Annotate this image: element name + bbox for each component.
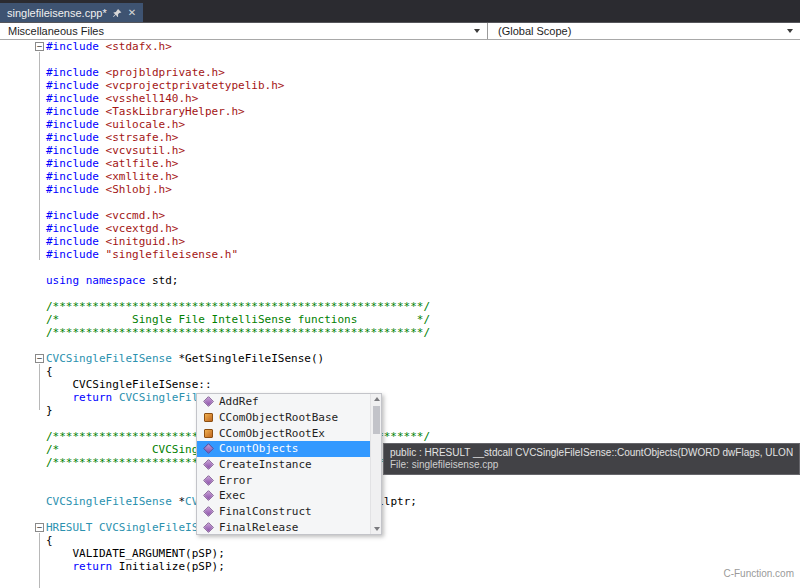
code-line[interactable]: /***************************************… (46, 300, 430, 313)
completion-item-label: CComObjectRootBase (219, 411, 338, 424)
close-icon[interactable]: ✕ (128, 8, 136, 18)
code-line[interactable] (46, 196, 430, 209)
completion-item-label: FinalConstruct (219, 505, 312, 518)
method-icon (203, 459, 214, 470)
code-token: <Shlobj.h> (106, 183, 172, 196)
scope-dropdown[interactable]: (Global Scope) (488, 23, 800, 39)
project-dropdown-label: Miscellaneous Files (8, 25, 104, 37)
completion-item[interactable]: CountObjects (197, 441, 370, 457)
code-line[interactable]: using namespace std; (46, 274, 430, 287)
code-editor[interactable]: −−− #include <stdafx.h>#include <projbld… (0, 40, 800, 588)
code-token: CVCSingleFileISense (46, 352, 172, 365)
code-token: #include (46, 222, 106, 235)
completion-item[interactable]: FinalRelease (197, 519, 370, 534)
fold-margin: −−− (0, 40, 46, 588)
fold-toggle-icon[interactable]: − (35, 523, 44, 532)
popup-scrollbar[interactable] (370, 394, 381, 534)
completion-item[interactable]: AddRef (197, 394, 370, 410)
code-line[interactable] (46, 339, 430, 352)
method-icon (203, 490, 214, 501)
completion-item[interactable]: Error (197, 472, 370, 488)
tooltip-file: File: singlefileisense.cpp (390, 459, 793, 471)
code-line[interactable]: CVCSingleFileISense *GetSingleFileISense… (46, 352, 430, 365)
code-line[interactable]: #include <vcextgd.h> (46, 222, 430, 235)
code-line[interactable]: #include <vcprojectprivatetypelib.h> (46, 79, 430, 92)
code-line[interactable]: #include <vcvsutil.h> (46, 144, 430, 157)
pin-icon[interactable] (113, 8, 122, 18)
code-line[interactable]: { (46, 534, 430, 547)
code-line[interactable]: #include "singlefileisense.h" (46, 248, 430, 261)
code-line[interactable]: #include <strsafe.h> (46, 131, 430, 144)
code-token: using namespace (46, 274, 145, 287)
code-line[interactable]: { (46, 365, 430, 378)
scrollbar-thumb[interactable] (373, 406, 380, 434)
code-token (112, 391, 119, 404)
code-line[interactable]: #include <uilocale.h> (46, 118, 430, 131)
scroll-down-icon[interactable] (374, 527, 380, 531)
code-line[interactable]: /***************************************… (46, 326, 430, 339)
code-token (46, 391, 73, 404)
code-token: #include (46, 40, 106, 53)
completion-item[interactable]: CComObjectRootBase (197, 410, 370, 426)
code-token: #include (46, 183, 106, 196)
code-token: <vcprojectprivatetypelib.h> (106, 79, 285, 92)
code-line[interactable]: #include <vccmd.h> (46, 209, 430, 222)
code-token: #include (46, 144, 106, 157)
project-dropdown[interactable]: Miscellaneous Files (0, 23, 488, 39)
code-token: #include (46, 79, 106, 92)
fold-guide (39, 533, 40, 588)
code-token: #include (46, 248, 106, 261)
code-token: return (73, 560, 113, 573)
code-token: <TaskLibraryHelper.h> (106, 105, 245, 118)
code-token: #include (46, 118, 106, 131)
tooltip-signature: public : HRESULT __stdcall CVCSingleFile… (390, 447, 793, 459)
code-token (92, 521, 99, 534)
code-token: #include (46, 131, 106, 144)
code-token: return (73, 391, 113, 404)
code-token: Initialize(pSP); (112, 560, 225, 573)
file-tab[interactable]: singlefileisense.cpp* ✕ (0, 3, 143, 22)
completion-item[interactable]: Exec (197, 488, 370, 504)
chevron-down-icon (787, 29, 793, 33)
completion-item-label: AddRef (219, 395, 259, 408)
completion-item[interactable]: CComObjectRootEx (197, 425, 370, 441)
code-line[interactable]: #include <initguid.h> (46, 235, 430, 248)
completion-item[interactable]: CreateInstance (197, 457, 370, 473)
code-line[interactable]: VALIDATE_ARGUMENT(pSP); (46, 547, 430, 560)
code-token: <uilocale.h> (106, 118, 185, 131)
method-icon (203, 522, 214, 533)
fold-toggle-icon[interactable]: − (35, 354, 44, 363)
code-line[interactable] (46, 287, 430, 300)
code-token: #include (46, 235, 106, 248)
class-icon (204, 413, 213, 422)
code-line[interactable]: #include <vsshell140.h> (46, 92, 430, 105)
code-line[interactable]: #include <atlfile.h> (46, 157, 430, 170)
code-token: #include (46, 209, 106, 222)
fold-toggle-icon[interactable]: − (35, 42, 44, 51)
chevron-down-icon (474, 29, 480, 33)
code-line[interactable]: return Initialize(pSP); (46, 560, 430, 573)
method-icon (203, 443, 214, 454)
code-token: "singlefileisense.h" (106, 248, 238, 261)
code-token: <vccmd.h> (106, 209, 166, 222)
code-line[interactable]: #include <stdafx.h> (46, 40, 430, 53)
code-line[interactable]: #include <projbldprivate.h> (46, 66, 430, 79)
code-line[interactable]: #include <Shlobj.h> (46, 183, 430, 196)
completion-item[interactable]: FinalConstruct (197, 504, 370, 520)
code-token: HRESULT (46, 521, 92, 534)
method-icon (203, 396, 214, 407)
code-token: /* Single File IntelliSense functions */ (46, 313, 430, 326)
code-token: #include (46, 170, 106, 183)
completion-item-label: CountObjects (219, 442, 298, 455)
code-line[interactable] (46, 261, 430, 274)
code-line[interactable]: CVCSingleFileISense:: (46, 378, 430, 391)
scroll-up-icon[interactable] (374, 397, 380, 401)
code-token: /***************************************… (46, 326, 430, 339)
method-icon (203, 506, 214, 517)
completion-popup: AddRefCComObjectRootBaseCComObjectRootEx… (196, 393, 382, 535)
code-line[interactable]: #include <xmllite.h> (46, 170, 430, 183)
code-line[interactable]: /* Single File IntelliSense functions */ (46, 313, 430, 326)
code-line[interactable]: #include <TaskLibraryHelper.h> (46, 105, 430, 118)
code-token: <initguid.h> (106, 235, 185, 248)
code-line[interactable] (46, 53, 430, 66)
